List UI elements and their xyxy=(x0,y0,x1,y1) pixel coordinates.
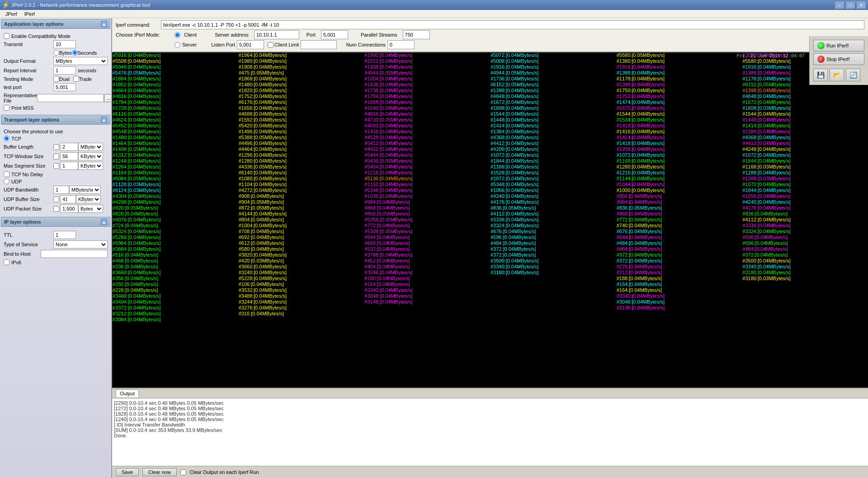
bytes-label: Bytes xyxy=(59,50,72,56)
bind-host-row: Bind to Host xyxy=(4,250,108,258)
clear-now-button[interactable]: Clear now xyxy=(142,468,177,476)
graph-col-1: #5916:[0.04MBytes/s] #5508:[0.04MBytes/s… xyxy=(112,52,238,388)
seconds-radio[interactable] xyxy=(72,50,78,56)
enable-compat-checkbox[interactable] xyxy=(4,33,9,39)
transport-layer-header[interactable]: Transport layer options ▲ xyxy=(1,115,110,125)
bind-host-input[interactable] xyxy=(41,250,108,258)
ttl-label: TTL xyxy=(4,232,53,238)
udp-radio[interactable] xyxy=(4,178,9,184)
ttl-input[interactable] xyxy=(53,231,76,239)
transmit-input[interactable] xyxy=(53,40,76,48)
report-interval-unit: seconds xyxy=(78,68,96,73)
graph-col-4: #5072:[0.04MBytes/s] #5008:[0.04MBytes/s… xyxy=(490,52,616,388)
graph-col-6: #308:[0.04MBytes/s] #5580:[0.03MBytes/s]… xyxy=(742,52,868,388)
udp-label: UDP xyxy=(11,179,22,184)
udp-buffer-input[interactable] xyxy=(60,195,76,203)
app-layer-header[interactable]: Application layer options ▲ xyxy=(1,19,110,29)
graph-col-3: #1990:[0.04MBytes/s] #2012:[0.04MBytes/s… xyxy=(364,52,490,388)
tcp-nodelay-checkbox[interactable] xyxy=(4,171,9,177)
clear-each-run-checkbox[interactable] xyxy=(180,469,186,475)
output-format-select[interactable]: MBytes xyxy=(53,57,108,65)
dual-checkbox[interactable] xyxy=(53,76,59,82)
stop-iperf-button[interactable]: Stop IPerf! xyxy=(813,53,864,65)
bytes-radio[interactable] xyxy=(53,50,59,56)
listen-port-input[interactable] xyxy=(237,40,264,49)
buffer-length-checkbox[interactable] xyxy=(53,144,59,150)
tcp-window-unit[interactable]: KBytes xyxy=(78,152,103,160)
client-label: Client xyxy=(184,32,197,37)
command-label: Iperf command: xyxy=(116,22,161,28)
open-icon-button[interactable]: 📂 xyxy=(830,69,844,81)
menu-iperf[interactable]: IPerf xyxy=(21,11,38,17)
udp-packet-input[interactable] xyxy=(60,205,78,213)
ipv6-checkbox[interactable] xyxy=(4,259,9,265)
ip-layer-header[interactable]: IP layer options ▲ xyxy=(1,217,110,227)
ipv6-row: IPv6 xyxy=(4,259,108,265)
tcp-window-checkbox[interactable] xyxy=(53,154,59,159)
buffer-length-input[interactable] xyxy=(60,143,78,151)
testing-mode-row: Testing Mode Dual Trade xyxy=(4,76,108,82)
rep-file-label: Representative File xyxy=(4,93,37,103)
command-input[interactable] xyxy=(161,20,864,29)
udp-bandwidth-input[interactable] xyxy=(53,186,69,194)
rep-file-row: Representative File ... xyxy=(4,93,108,103)
num-connections-input[interactable] xyxy=(387,40,415,49)
save-icon-button[interactable]: 💾 xyxy=(813,69,828,81)
print-mss-checkbox[interactable] xyxy=(4,105,9,111)
output-tab[interactable]: Output xyxy=(116,389,139,397)
ip-layer-collapse[interactable]: ▲ xyxy=(101,219,107,225)
right-panel: Run IPerf! Stop IPerf! 💾 📂 🔄 xyxy=(809,36,868,85)
menu-bar: JPerf IPerf xyxy=(0,10,868,18)
output-panel: Output [2290] 0.0-10.4 sec 0.40 MBytes 0… xyxy=(112,388,868,478)
tcp-nodelay-row: TCP No Delay xyxy=(4,171,108,177)
ttl-row: TTL xyxy=(4,231,108,239)
test-port-input[interactable] xyxy=(53,83,76,91)
max-segment-checkbox[interactable] xyxy=(53,163,59,169)
app-layer-collapse[interactable]: ▲ xyxy=(101,21,107,27)
max-segment-unit[interactable]: KBytes xyxy=(78,162,103,170)
close-button[interactable]: ✕ xyxy=(856,1,866,9)
refresh-icon-button[interactable]: 🔄 xyxy=(846,69,860,81)
buffer-length-unit[interactable]: MBytes xyxy=(78,143,103,151)
tos-select[interactable]: None xyxy=(53,240,108,248)
udp-bandwidth-row: UDP Bandwidth MBytes/sec xyxy=(4,186,108,194)
save-button[interactable]: Save xyxy=(116,468,139,476)
minimize-button[interactable]: − xyxy=(835,1,844,9)
timestamp: Fri, 21 Jun 2013 12:04:07 xyxy=(736,53,805,58)
num-connections-label: Num Connections xyxy=(346,42,385,47)
trade-checkbox[interactable] xyxy=(73,76,79,82)
parallel-streams-input[interactable] xyxy=(403,30,430,39)
tcp-window-input[interactable] xyxy=(60,152,78,160)
mode-label: Choose IPerf Mode: xyxy=(116,32,175,37)
client-limit-input[interactable] xyxy=(301,40,337,49)
output-tab-bar: Output xyxy=(112,389,868,398)
ipv6-label: IPv6 xyxy=(11,260,21,265)
udp-packet-unit[interactable]: Bytes xyxy=(78,205,103,213)
tcp-radio[interactable] xyxy=(4,136,9,141)
server-address-input[interactable] xyxy=(254,30,299,39)
udp-bandwidth-unit[interactable]: MBytes/sec xyxy=(69,186,101,194)
client-limit-checkbox[interactable] xyxy=(268,42,274,48)
menu-jperf[interactable]: JPerf xyxy=(2,11,21,17)
tos-label: Type of Service xyxy=(4,242,53,247)
udp-packet-checkbox[interactable] xyxy=(53,206,59,212)
run-label: Run IPerf! xyxy=(826,43,849,48)
seconds-label: Seconds xyxy=(78,50,97,56)
transport-layer-collapse[interactable]: ▲ xyxy=(101,117,107,123)
max-segment-input[interactable] xyxy=(60,162,78,170)
report-interval-input[interactable] xyxy=(53,66,76,75)
server-radio[interactable] xyxy=(175,42,180,48)
mode-options: Client Server address Port Parallel Stre… xyxy=(175,30,430,39)
test-port-label: test port xyxy=(4,84,53,90)
run-iperf-button[interactable]: Run IPerf! xyxy=(813,40,864,52)
ip-layer-body: TTL Type of Service None Bind to Host IP… xyxy=(0,228,111,268)
rep-file-browse[interactable]: ... xyxy=(104,94,112,102)
udp-buffer-unit[interactable]: KBytes xyxy=(76,195,101,203)
rep-file-input[interactable] xyxy=(37,94,104,102)
client-radio[interactable] xyxy=(175,32,180,38)
tcp-nodelay-label: TCP No Delay xyxy=(11,172,43,177)
udp-buffer-checkbox[interactable] xyxy=(53,197,59,202)
print-mss-row: Print MSS xyxy=(4,105,108,111)
maximize-button[interactable]: □ xyxy=(845,1,855,9)
port-input[interactable] xyxy=(321,30,348,39)
